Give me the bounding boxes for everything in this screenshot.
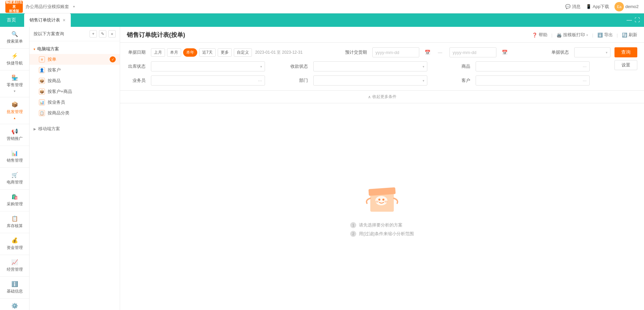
add-scheme-button[interactable]: + — [90, 30, 97, 38]
tab-active-label: 销售订单统计表 — [30, 17, 60, 23]
by-salesperson-icon: 📊 — [39, 99, 45, 105]
date-btn-last-month[interactable]: 上月 — [151, 48, 165, 57]
sidebar-shortcut-label: 快捷导航 — [7, 60, 23, 66]
sidebar-item-system[interactable]: ⚙️ 系统管理 — [0, 299, 29, 310]
tab-home[interactable]: 首页 — [0, 13, 23, 27]
page-header: 销售订单统计表(按单) ❓ 帮助 | 🖨️ 按模板打印 ▾ | ⬇️ — [120, 27, 644, 43]
sidebar-item-finance[interactable]: 💰 资金管理 — [0, 233, 29, 255]
sidebar-item-shortcut[interactable]: ⚡ 快捷导航 — [0, 49, 29, 70]
tree-sub-section-mobile: ▶ 移动端方案 — [30, 121, 120, 137]
tree-child-by-salesperson[interactable]: 📊 按业务员 — [30, 97, 120, 108]
by-order-icon: ≡ — [39, 56, 45, 62]
tree-child-by-order[interactable]: ≡ 按单 ✓ — [30, 54, 120, 65]
refresh-button[interactable]: 🔄 刷新 — [622, 32, 637, 38]
sidebar-item-sales[interactable]: 📊 销售管理 — [0, 146, 29, 168]
print-button[interactable]: 🖨️ 按模板打印 ▾ — [556, 32, 588, 38]
calendar-start-icon[interactable]: 📅 — [425, 50, 430, 55]
date-btn-this-year[interactable]: 本年 — [183, 48, 197, 57]
hint-text-2: 用[过滤]条件来缩小分析范围 — [359, 231, 414, 237]
department-dropdown-icon: ▾ — [423, 79, 424, 83]
export-label: 导出 — [604, 32, 613, 38]
svg-point-2 — [375, 196, 387, 205]
salesperson-input-wrapper[interactable]: ··· — [151, 75, 265, 86]
collapse-icon: « — [111, 32, 113, 36]
by-salesperson-label: 按业务员 — [48, 99, 65, 105]
collapse-label: 收起更多条件 — [372, 94, 396, 100]
tree-child-by-customer[interactable]: 👤 按客户 — [30, 65, 120, 75]
customer-more-icon[interactable]: ··· — [583, 78, 587, 83]
app-download-button[interactable]: 📱 App下载 — [586, 4, 609, 10]
help-button[interactable]: ❓ 帮助 — [532, 32, 547, 38]
sidebar-item-ecommerce[interactable]: 🛒 电商管理 — [0, 168, 29, 190]
tab-active-sales[interactable]: 销售订单统计表 × — [24, 13, 71, 27]
tabbar: 首页 销售订单统计表 × — ⛶ — [0, 13, 644, 27]
sidebar-item-operations[interactable]: 📈 经营管理 — [0, 255, 29, 277]
receipt-status-select[interactable]: ▾ — [313, 61, 427, 71]
tree-child-by-customer-goods[interactable]: 📦 按客户+商品 — [30, 86, 120, 97]
company-title: 办公用品行业模拟账套 — [25, 4, 69, 10]
by-order-label: 按单 — [48, 56, 56, 62]
user-menu[interactable]: Ea demo2 — [614, 2, 639, 11]
sidebar-item-retail[interactable]: 🏪 零售管理 ▾ — [0, 70, 29, 97]
settings-button[interactable]: 设置 — [614, 60, 637, 70]
tree-section-pc: ▾ 电脑端方案 ≡ 按单 ✓ 👤 按客户 📦 按商品 — [30, 41, 120, 121]
minimize-icon[interactable]: — — [627, 17, 632, 23]
svg-point-4 — [382, 199, 384, 201]
tree-child-by-category[interactable]: 📋 按商品分类 — [30, 108, 120, 118]
sidebar-item-purchase[interactable]: 🛍️ 采购管理 — [0, 190, 29, 211]
mobile-section-label: 移动端方案 — [38, 126, 60, 132]
delivery-status-select[interactable]: ▾ — [151, 61, 265, 71]
tab-close-icon[interactable]: × — [63, 17, 65, 23]
edit-scheme-button[interactable]: ✎ — [99, 30, 106, 38]
query-button[interactable]: 查询 — [614, 47, 637, 57]
maximize-icon[interactable]: ⛶ — [635, 17, 640, 23]
date-dash: — — [438, 50, 442, 55]
logo: 畅捷通好生意标准版 — [5, 1, 23, 13]
tree-parent-pc[interactable]: ▾ 电脑端方案 — [30, 44, 120, 54]
expected-delivery-start-input[interactable] — [372, 47, 419, 57]
tree-child-by-goods[interactable]: 📦 按商品 — [30, 75, 120, 86]
sidebar-item-inventory[interactable]: 📋 库存核算 — [0, 211, 29, 233]
sidebar-ecommerce-label: 电商管理 — [7, 179, 23, 185]
date-range-display: 2023-01-01 至 2023-12-31 — [255, 50, 303, 55]
basic-info-icon: ℹ️ — [11, 281, 18, 287]
date-btn-7days[interactable]: 近7天 — [199, 48, 216, 57]
mobile-expand-icon: ▶ — [34, 127, 36, 131]
message-button[interactable]: 💬 消息 — [565, 4, 581, 10]
date-filter-label: 单据日期 — [127, 49, 146, 55]
sidebar-item-wholesale[interactable]: 📦 批发管理 ▴ — [0, 97, 29, 124]
collapse-bar[interactable]: ∧ 收起更多条件 — [120, 91, 644, 103]
wholesale-icon: 📦 — [11, 101, 18, 108]
sidebar-operations-label: 经营管理 — [7, 267, 23, 272]
hint-text-1: 请先选择要分析的方案 — [359, 222, 402, 228]
calendar-end-icon[interactable]: 📅 — [502, 50, 507, 55]
empty-svg — [362, 176, 402, 217]
user-name: demo2 — [625, 4, 639, 9]
export-button[interactable]: ⬇️ 导出 — [597, 32, 613, 38]
department-select[interactable]: ▾ — [313, 75, 427, 86]
goods-more-icon[interactable]: ··· — [583, 64, 587, 69]
svg-point-5 — [375, 201, 379, 203]
logo-text: 畅捷通好生意标准版 — [5, 0, 23, 13]
sidebar-item-search[interactable]: 🔍 搜索菜单 — [0, 27, 29, 49]
divider2: | — [592, 33, 593, 38]
goods-label: 商品 — [451, 63, 470, 69]
date-btn-more[interactable]: 更多 — [218, 48, 232, 57]
collapse-panel-button[interactable]: « — [108, 30, 116, 38]
tree-sub-parent-mobile[interactable]: ▶ 移动端方案 — [30, 124, 120, 134]
sidebar-item-basic-info[interactable]: ℹ️ 基础信息 — [0, 277, 29, 299]
company-dropdown-icon[interactable]: ▾ — [73, 5, 75, 8]
sidebar-item-marketing[interactable]: 📢 营销推广 — [0, 124, 29, 146]
sales-icon: 📊 — [11, 150, 18, 156]
filter-area: 单据日期 上月 本月 本年 近7天 更多 自定义 2023-01-01 至 20… — [120, 43, 644, 91]
customer-input-wrapper[interactable]: ··· — [476, 75, 590, 86]
date-btn-custom[interactable]: 自定义 — [234, 48, 252, 57]
by-goods-icon: 📦 — [39, 78, 45, 84]
date-btn-this-month[interactable]: 本月 — [167, 48, 181, 57]
status-select[interactable]: ▾ — [574, 47, 610, 57]
tabbar-right: — ⛶ — [627, 17, 644, 23]
salesperson-more-icon[interactable]: ··· — [258, 78, 262, 83]
goods-input-wrapper[interactable]: ··· — [476, 61, 590, 71]
page-actions: ❓ 帮助 | 🖨️ 按模板打印 ▾ | ⬇️ 导出 | — [532, 32, 637, 38]
expected-delivery-end-input[interactable] — [449, 47, 496, 57]
